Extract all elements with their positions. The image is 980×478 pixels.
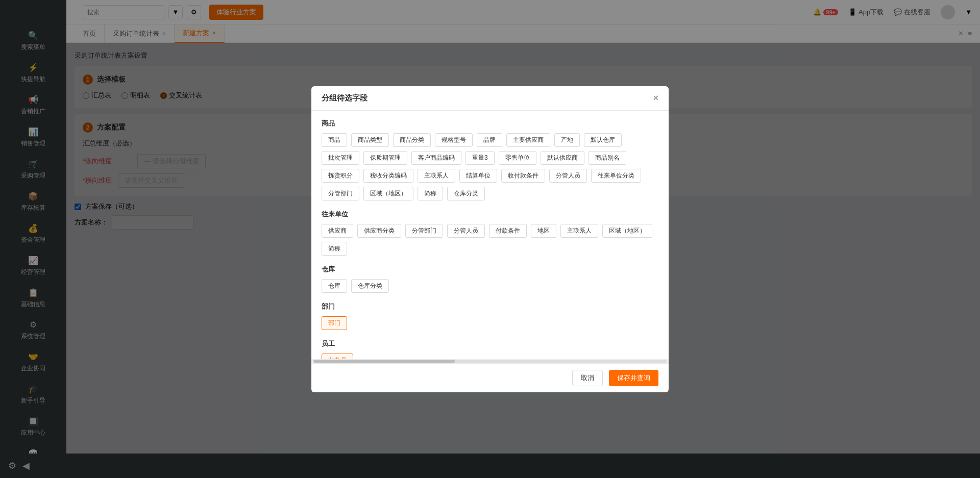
- section-partner-tags: 供应商 供应商分类 分管部门 分管人员 付款条件 地区 主联系人 区域（地区） …: [322, 224, 658, 256]
- tag-region[interactable]: 区域（地区）: [363, 187, 413, 200]
- tag-product[interactable]: 商品: [322, 133, 347, 147]
- tag-region3[interactable]: 区域（地区）: [602, 224, 652, 238]
- section-product-title: 商品: [322, 119, 658, 128]
- confirm-button[interactable]: 保存并查询: [609, 370, 658, 386]
- tag-short-name2[interactable]: 简称: [322, 242, 347, 256]
- tag-tax-code[interactable]: 税收分类编码: [363, 169, 413, 183]
- tag-brand[interactable]: 品牌: [477, 133, 502, 147]
- tag-mgmt-dept[interactable]: 分管部门: [405, 224, 443, 238]
- dialog-header: 分组待选字段 ×: [311, 86, 669, 111]
- tag-partner-category[interactable]: 往来单位分类: [591, 169, 641, 183]
- scrollbar-thumb: [313, 360, 455, 363]
- section-employee-title: 员工: [322, 339, 658, 348]
- tag-product-type[interactable]: 商品类型: [351, 133, 389, 147]
- section-employee-tags: 业务员: [322, 354, 658, 360]
- dialog-body[interactable]: 商品 商品 商品类型 商品分类 规格型号 品牌 主要供应商 产地 默认仓库 批次…: [311, 111, 669, 360]
- tag-expiry-mgmt[interactable]: 保质期管理: [363, 151, 407, 165]
- dialog-title: 分组待选字段: [322, 93, 368, 103]
- tag-default-warehouse[interactable]: 默认仓库: [584, 133, 622, 147]
- tag-settle-unit[interactable]: 结算单位: [459, 169, 497, 183]
- tag-main-contact2[interactable]: 主联系人: [560, 224, 598, 238]
- tag-main-supplier[interactable]: 主要供应商: [506, 133, 550, 147]
- section-warehouse: 仓库 仓库 仓库分类: [322, 265, 658, 293]
- tag-origin[interactable]: 产地: [554, 133, 580, 147]
- section-employee: 员工 业务员: [322, 339, 658, 360]
- dialog-close-button[interactable]: ×: [653, 93, 658, 103]
- dialog: 分组待选字段 × 商品 商品 商品类型 商品分类 规格型号 品牌 主要供应商 产…: [311, 86, 669, 392]
- horizontal-scrollbar[interactable]: [313, 360, 667, 363]
- cancel-button[interactable]: 取消: [572, 370, 603, 386]
- section-dept-title: 部门: [322, 302, 658, 311]
- tag-main-contact[interactable]: 主联系人: [418, 169, 455, 183]
- section-warehouse-tags: 仓库 仓库分类: [322, 279, 658, 293]
- tag-dept[interactable]: 分管部门: [322, 187, 359, 200]
- tag-alias[interactable]: 商品别名: [589, 151, 626, 165]
- dialog-scrollbar[interactable]: [311, 359, 669, 363]
- tag-region2[interactable]: 地区: [531, 224, 556, 238]
- tag-short-name[interactable]: 简称: [418, 187, 443, 200]
- tag-weight[interactable]: 重量3: [465, 151, 495, 165]
- tag-warehouse-cat[interactable]: 仓库分类: [447, 187, 485, 200]
- section-product: 商品 商品 商品类型 商品分类 规格型号 品牌 主要供应商 产地 默认仓库 批次…: [322, 119, 658, 200]
- tag-salesperson[interactable]: 业务员: [322, 354, 353, 360]
- tag-customer-code[interactable]: 客户商品编码: [411, 151, 461, 165]
- tag-mgmt-person[interactable]: 分管人员: [447, 224, 485, 238]
- tag-batch-mgmt[interactable]: 批次管理: [322, 151, 359, 165]
- tag-supplier[interactable]: 供应商: [322, 224, 353, 238]
- tag-spec-model[interactable]: 规格型号: [435, 133, 473, 147]
- section-dept: 部门 部门: [322, 302, 658, 330]
- tag-default-supplier[interactable]: 默认供应商: [541, 151, 584, 165]
- section-warehouse-title: 仓库: [322, 265, 658, 274]
- tag-payment-cond[interactable]: 付款条件: [489, 224, 527, 238]
- tag-product-category[interactable]: 商品分类: [393, 133, 431, 147]
- tag-pick-score[interactable]: 拣货积分: [322, 169, 359, 183]
- dialog-footer: 取消 保存并查询: [311, 363, 669, 392]
- tag-department[interactable]: 部门: [322, 316, 347, 330]
- tag-payment-terms[interactable]: 收付款条件: [501, 169, 545, 183]
- tag-supplier-cat[interactable]: 供应商分类: [357, 224, 401, 238]
- tag-admin[interactable]: 分管人员: [549, 169, 587, 183]
- section-partner-title: 往来单位: [322, 210, 658, 219]
- section-product-tags: 商品 商品类型 商品分类 规格型号 品牌 主要供应商 产地 默认仓库 批次管理 …: [322, 133, 658, 200]
- tag-retail-unit[interactable]: 零售单位: [499, 151, 536, 165]
- section-dept-tags: 部门: [322, 316, 658, 330]
- tag-warehouse[interactable]: 仓库: [322, 279, 347, 293]
- section-partner: 往来单位 供应商 供应商分类 分管部门 分管人员 付款条件 地区 主联系人 区域…: [322, 210, 658, 256]
- tag-warehouse-category[interactable]: 仓库分类: [351, 279, 389, 293]
